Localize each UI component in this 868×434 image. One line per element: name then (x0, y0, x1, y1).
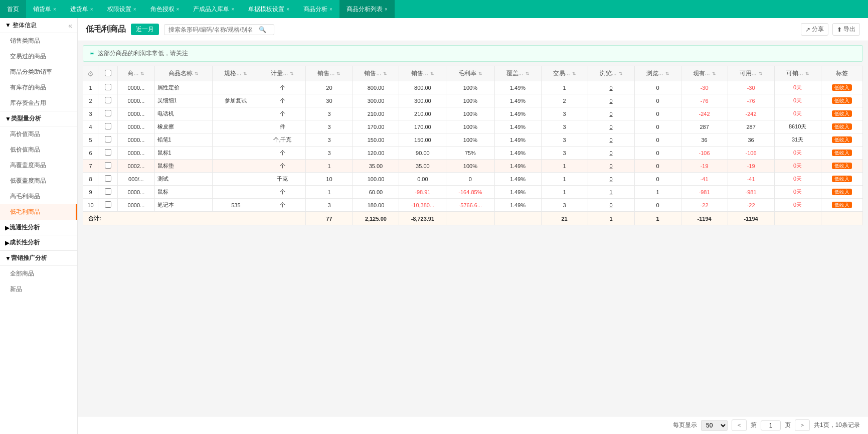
row-browse-link[interactable]: 0 (588, 81, 634, 94)
row-browse-cnt: 0 (634, 160, 681, 173)
row-browse-link[interactable]: 0 (588, 94, 634, 107)
nav-home[interactable]: 首页 (0, 0, 26, 18)
th-unit: 计量...⇅ (259, 66, 306, 81)
row-sale-amt: 800.00 (399, 81, 446, 94)
close-icon[interactable]: × (90, 7, 93, 12)
row-tag: 低收入 (821, 81, 862, 94)
next-page-button[interactable]: ＞ (795, 419, 810, 431)
sort-icon[interactable]: ⇅ (290, 71, 294, 76)
row-browse-link[interactable]: 0 (588, 147, 634, 160)
row-spec (213, 173, 259, 186)
row-browse-link[interactable]: 0 (588, 199, 634, 212)
sidebar-item-category-sales-rate[interactable]: 商品分类助销率 (0, 64, 77, 80)
sidebar-item-high-value[interactable]: 高价值商品 (0, 126, 77, 142)
nav-role-auth[interactable]: 角色授权 × (143, 0, 187, 18)
row-stock-avail: 36 (728, 133, 774, 147)
row-browse-link[interactable]: 0 (588, 120, 634, 133)
sort-icon[interactable]: ⇅ (619, 71, 623, 76)
close-icon[interactable]: × (286, 7, 289, 12)
row-select-checkbox[interactable] (105, 123, 111, 129)
row-select-checkbox[interactable] (105, 175, 111, 182)
sidebar-item-sales-products[interactable]: 销售类商品 (0, 33, 77, 49)
row-browse-link[interactable]: 0 (588, 133, 634, 147)
search-icon[interactable]: 🔍 (259, 26, 266, 33)
row-select-checkbox[interactable] (105, 188, 111, 195)
sidebar-item-all-products[interactable]: 全部商品 (0, 266, 77, 281)
nav-sales-order[interactable]: 销货单 × (26, 0, 63, 18)
prev-page-button[interactable]: ＜ (732, 419, 747, 431)
row-browse-link[interactable]: 1 (588, 186, 634, 199)
sidebar-item-new-products[interactable]: 新品 (0, 281, 77, 297)
row-browse-cnt: 0 (634, 107, 681, 120)
row-code: 0000... (118, 199, 154, 212)
row-stock-cur: -19 (681, 160, 728, 173)
search-input[interactable] (168, 26, 259, 33)
sort-icon[interactable]: ⇅ (712, 71, 716, 76)
row-browse-link[interactable]: 0 (588, 173, 634, 186)
sidebar-item-high-coverage[interactable]: 高覆盖度商品 (0, 158, 77, 173)
sort-icon[interactable]: ⇅ (526, 71, 530, 76)
sidebar-group-header-overall: ▼ 整体信息 (5, 21, 37, 30)
sort-icon[interactable]: ⇅ (665, 71, 669, 76)
gear-icon[interactable]: ⚙ (87, 70, 94, 78)
row-gross-rate: 100% (446, 133, 494, 147)
nav-product-analysis[interactable]: 商品分析 × (296, 0, 339, 18)
sidebar-item-high-margin[interactable]: 高毛利商品 (0, 189, 77, 204)
sidebar-item-low-coverage[interactable]: 低覆盖度商品 (0, 173, 77, 189)
row-qty: 3 (306, 133, 353, 147)
close-icon[interactable]: × (133, 7, 136, 12)
row-gross-rate: 100% (446, 94, 494, 107)
nav-purchase-order[interactable]: 进货单 × (63, 0, 100, 18)
close-icon[interactable]: × (385, 7, 388, 12)
row-tag: 低收入 (821, 147, 862, 160)
sidebar-item-in-stock[interactable]: 有库存的商品 (0, 80, 77, 95)
sort-icon[interactable]: ⇅ (805, 71, 809, 76)
filter-recent-month-button[interactable]: 近一月 (131, 24, 159, 35)
sidebar-item-low-value[interactable]: 低价值商品 (0, 142, 77, 158)
nav-product-analysis-list[interactable]: 商品分析列表 × (339, 0, 395, 18)
sort-icon[interactable]: ⇅ (336, 71, 340, 76)
row-select-checkbox[interactable] (105, 201, 111, 208)
nav-permissions[interactable]: 权限设置 × (100, 0, 143, 18)
nav-template-settings[interactable]: 单据模板设置 × (241, 0, 296, 18)
row-browse-link[interactable]: 0 (588, 107, 634, 120)
sort-icon[interactable]: ⇅ (243, 71, 247, 76)
close-icon[interactable]: × (329, 7, 332, 12)
row-select-checkbox[interactable] (105, 97, 111, 103)
row-select-checkbox[interactable] (105, 136, 111, 142)
sort-icon[interactable]: ⇅ (195, 71, 199, 76)
row-trade-count: 3 (541, 107, 588, 120)
select-all-checkbox[interactable] (105, 70, 111, 76)
close-icon[interactable]: × (231, 7, 234, 12)
sidebar-collapse-button[interactable]: « (68, 22, 72, 30)
row-select-checkbox[interactable] (105, 162, 111, 169)
row-code: 0000... (118, 133, 154, 147)
row-sellable: 0天 (774, 160, 821, 173)
sort-icon[interactable]: ⇅ (140, 71, 144, 76)
row-browse-link[interactable]: 0 (588, 160, 634, 173)
row-select-checkbox[interactable] (105, 110, 111, 116)
total-row: 合计: 77 2,125.00 -8,723.91 21 1 1 -1194 -… (83, 212, 863, 225)
nav-product-warehouse[interactable]: 产成品入库单 × (186, 0, 241, 18)
row-select-checkbox[interactable] (105, 149, 111, 156)
close-icon[interactable]: × (177, 7, 180, 12)
row-gross-rate: 75% (446, 147, 494, 160)
row-price: 210.00 (353, 107, 399, 120)
sort-icon[interactable]: ⇅ (759, 71, 763, 76)
sort-icon[interactable]: ⇅ (478, 71, 482, 76)
row-select-checkbox[interactable] (105, 84, 111, 90)
sidebar-item-capital-usage[interactable]: 库存资金占用 (0, 95, 77, 111)
export-button[interactable]: ⬆ 导出 (832, 23, 860, 36)
th-stock-avail: 可用...⇅ (728, 66, 774, 81)
sort-icon[interactable]: ⇅ (572, 71, 576, 76)
share-button[interactable]: ↗ 分享 (801, 23, 828, 36)
tag-badge: 低收入 (832, 84, 852, 91)
page-title: 低毛利商品 (86, 24, 126, 35)
page-number-input[interactable] (761, 420, 781, 430)
sort-icon[interactable]: ⇅ (383, 71, 387, 76)
sidebar-item-traded-products[interactable]: 交易过的商品 (0, 49, 77, 64)
sort-icon[interactable]: ⇅ (430, 71, 434, 76)
close-icon[interactable]: × (53, 7, 56, 12)
sidebar-item-low-margin[interactable]: 低毛利商品 (0, 204, 77, 220)
page-size-select[interactable]: 50 100 (701, 420, 728, 431)
